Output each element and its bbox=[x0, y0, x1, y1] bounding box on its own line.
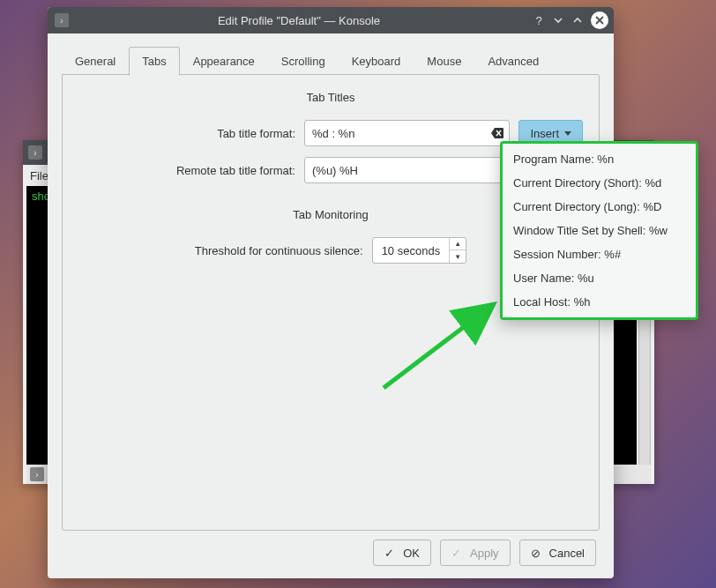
insert-label: Insert bbox=[530, 127, 559, 140]
maximize-button[interactable] bbox=[570, 12, 585, 28]
chevron-down-icon bbox=[564, 131, 571, 136]
tab-title-format-input[interactable] bbox=[304, 120, 510, 146]
silence-threshold-spinbox[interactable]: 10 seconds ▲ ▼ bbox=[372, 237, 467, 264]
menu-item-session-number[interactable]: Session Number: %# bbox=[503, 242, 696, 266]
silence-threshold-label: Threshold for continuous silence: bbox=[195, 244, 363, 257]
remote-tab-title-format-label: Remote tab title format: bbox=[78, 164, 295, 177]
spin-up-icon[interactable]: ▲ bbox=[450, 238, 466, 250]
tab-appearance[interactable]: Appearance bbox=[180, 47, 268, 75]
menu-item-local-host[interactable]: Local Host: %h bbox=[503, 290, 696, 314]
tab-scrolling[interactable]: Scrolling bbox=[268, 47, 339, 75]
konsole-tab-icon: › bbox=[30, 467, 44, 481]
section-tab-titles: Tab Titles bbox=[78, 91, 583, 104]
apply-button[interactable]: Apply bbox=[440, 540, 511, 566]
menu-item-current-dir-short[interactable]: Current Directory (Short): %d bbox=[503, 171, 696, 195]
tab-general[interactable]: General bbox=[62, 47, 129, 75]
dialog-titlebar[interactable]: › Edit Profile "Default" — Konsole ? bbox=[48, 7, 614, 33]
clear-icon[interactable] bbox=[490, 127, 504, 139]
tab-title-format-label: Tab title format: bbox=[78, 127, 295, 140]
konsole-app-icon: › bbox=[28, 145, 42, 160]
tab-advanced[interactable]: Advanced bbox=[474, 47, 552, 75]
close-button[interactable] bbox=[591, 11, 608, 29]
menu-item-window-title[interactable]: Window Title Set by Shell: %w bbox=[503, 219, 696, 242]
spin-down-icon[interactable]: ▼ bbox=[450, 250, 466, 263]
help-button[interactable]: ? bbox=[531, 12, 547, 28]
insert-dropdown-menu: Program Name: %n Current Directory (Shor… bbox=[500, 141, 698, 320]
menu-item-current-dir-long[interactable]: Current Directory (Long): %D bbox=[503, 195, 696, 219]
check-icon bbox=[384, 547, 398, 560]
menu-item-user-name[interactable]: User Name: %u bbox=[503, 266, 696, 290]
cancel-icon bbox=[531, 547, 544, 560]
silence-threshold-value: 10 seconds bbox=[373, 244, 450, 257]
menu-file[interactable]: File bbox=[30, 169, 48, 182]
dialog-app-icon: › bbox=[55, 13, 69, 27]
profile-tabs: General Tabs Appearance Scrolling Keyboa… bbox=[62, 46, 600, 75]
tab-mouse[interactable]: Mouse bbox=[414, 47, 474, 75]
menu-item-program-name[interactable]: Program Name: %n bbox=[503, 147, 696, 171]
tab-keyboard[interactable]: Keyboard bbox=[339, 47, 414, 75]
tab-tabs[interactable]: Tabs bbox=[129, 47, 179, 76]
ok-button[interactable]: OK bbox=[373, 540, 431, 566]
cancel-button[interactable]: Cancel bbox=[519, 540, 596, 566]
minimize-button[interactable] bbox=[550, 12, 566, 28]
dialog-button-bar: OK Apply Cancel bbox=[62, 531, 600, 569]
dialog-title: Edit Profile "Default" — Konsole bbox=[71, 14, 527, 27]
check-icon bbox=[451, 547, 465, 560]
